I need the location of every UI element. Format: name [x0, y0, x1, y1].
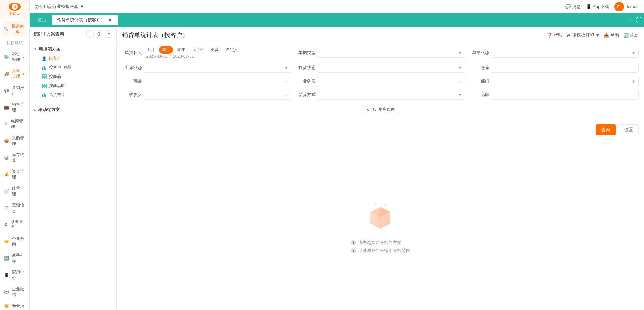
minimize-button[interactable]: —	[628, 17, 633, 23]
left-panel: 按以下方案查询 + « ▼ 电脑端方案 👤	[30, 27, 117, 310]
date-tabs: 上月 本月 本年 近7天 更多 自定义	[144, 46, 291, 54]
tree-item-by-goods99[interactable]: 按商品99	[30, 81, 116, 90]
tree-item-by-customer[interactable]: 👤 按客户	[30, 54, 116, 63]
dropdown-icon: ▼	[80, 4, 84, 9]
sidebar-search-area: 🔍 搜索菜单	[0, 19, 29, 39]
maximize-button[interactable]: ⛶	[636, 17, 641, 23]
warehouse-input[interactable]: ...	[491, 63, 639, 73]
search-menu-button[interactable]: 🔍 搜索菜单	[2, 21, 27, 36]
page-title: 销货单统计表（按客户）	[122, 31, 189, 39]
query-button[interactable]: 查询	[596, 124, 616, 135]
settlement-label: 结算方式	[296, 92, 316, 98]
sidebar-item-cooperation[interactable]: 🤝 企业协同	[0, 233, 29, 250]
sidebar-item-wechat[interactable]: 💬 企业微信	[0, 283, 29, 300]
settlement-chevron: ▼	[458, 92, 462, 97]
date-tab-7days[interactable]: 近7天	[190, 46, 206, 54]
svg-rect-11	[45, 84, 46, 86]
order-status-select[interactable]: ▼	[491, 48, 639, 58]
receipt-status-select[interactable]: ▼	[317, 63, 465, 73]
sidebar-item-basic[interactable]: 📋 基础信息	[0, 200, 29, 216]
sidebar-item-operations[interactable]: 📈 经营管理	[0, 183, 29, 200]
tree-desktop-section[interactable]: ▼ 电脑端方案	[30, 44, 116, 54]
tree-item-by-customer-goods[interactable]: 按客户+商品	[30, 63, 116, 72]
dept-select[interactable]: ▼	[491, 76, 639, 86]
salesperson-dots: ···	[459, 79, 462, 84]
empty-state: ? 1 请先选择要分析的方案 2 用过滤条件来缩小分析范围	[117, 139, 644, 310]
order-type-select[interactable]: ▼	[317, 48, 465, 58]
salesperson-input[interactable]: ···	[317, 76, 465, 86]
sidebar-item-member[interactable]: 👑 畅会员	[0, 300, 29, 310]
app-download-button[interactable]: 📱 App下载	[586, 4, 609, 10]
system-icon: ⚙	[4, 222, 8, 227]
help-button[interactable]: ❓ 帮助	[547, 32, 562, 38]
sidebar-item-appcenter[interactable]: 📱 应用中心	[0, 267, 29, 283]
basic-icon: 📋	[4, 206, 9, 210]
order-status-cell: 单据状态 ▼	[469, 46, 639, 59]
tree-mobile-section[interactable]: ▶ 移动端方案	[30, 105, 116, 115]
sidebar-item-system[interactable]: ⚙ 系统管理	[0, 216, 29, 233]
date-filter-cell: 单据日期 上月 本月 本年 近7天 更多 自定义 2023-03-01 至 20…	[122, 46, 291, 59]
refresh-button[interactable]: 🔄 刷新	[623, 32, 639, 38]
date-tab-custom[interactable]: 自定义	[223, 46, 241, 54]
date-range-display: 2023-03-01 至 2023-03-31	[146, 54, 291, 59]
sidebar-item-purchase[interactable]: 📦 采购管理	[0, 133, 29, 149]
empty-tip-1: 1 请先选择要分析的方案	[351, 240, 410, 246]
tree-item-by-goods[interactable]: 按商品	[30, 72, 116, 81]
mobile-section-label: 移动端方案	[38, 107, 60, 113]
svg-rect-16	[45, 95, 46, 97]
out-status-label: 出库状态	[122, 65, 142, 71]
export-button[interactable]: 📤 导出	[604, 32, 619, 38]
svg-rect-13	[45, 86, 46, 88]
sidebar-item-marketing[interactable]: 📢 营销推广	[0, 82, 29, 99]
out-status-select[interactable]: ▼	[144, 63, 291, 73]
left-panel-title: 按以下方案查询	[34, 31, 84, 37]
dept-chevron: ▼	[631, 79, 636, 84]
receipt-status-label: 收款状态	[296, 65, 316, 71]
tip-num-1: 1	[351, 240, 356, 245]
appcenter-icon: 📱	[4, 273, 9, 277]
user-menu[interactable]: Ea demo2	[614, 2, 639, 11]
add-scheme-button[interactable]: +	[86, 30, 94, 38]
collapse-panel-button[interactable]: «	[105, 30, 112, 38]
collapse-button[interactable]: ∧ 收起更多条件	[361, 105, 400, 114]
brand-dots: ···	[632, 92, 636, 97]
date-label: 单据日期	[122, 50, 142, 56]
message-button[interactable]: 💬 消息	[565, 4, 581, 10]
brand-input[interactable]: ···	[491, 90, 639, 100]
logo-area: 标题页	[0, 0, 29, 19]
sidebar-item-wholesale[interactable]: 🚚 批发管理 ▲	[0, 65, 29, 82]
print-dropdown-icon: ▼	[595, 33, 600, 38]
sidebar-item-sales[interactable]: 💼 销售管理	[0, 99, 29, 116]
warehouse-cell: 仓库 ...	[469, 63, 639, 73]
goods-input[interactable]: ···	[144, 76, 291, 86]
date-tab-more[interactable]: 更多	[208, 46, 222, 54]
chevron-icon: ▲	[22, 55, 25, 59]
tab-close-button[interactable]: ✕	[107, 17, 112, 23]
main-area: 办公用品行业模拟账套 ▼ 💬 消息 📱 App下载 Ea demo2 首页	[30, 0, 644, 310]
app-title-dropdown[interactable]: 办公用品行业模拟账套 ▼	[35, 4, 84, 10]
topbar: 办公用品行业模拟账套 ▼ 💬 消息 📱 App下载 Ea demo2	[30, 0, 644, 13]
sidebar-item-inventory[interactable]: 📊 库存核算	[0, 149, 29, 166]
sidebar-item-newguide[interactable]: 🆕 新手引导	[0, 250, 29, 267]
settings-button[interactable]: 设置	[619, 124, 639, 135]
date-tab-last-month[interactable]: 上月	[144, 46, 158, 54]
edit-scheme-button[interactable]	[96, 30, 103, 38]
tab-sales-report[interactable]: 销货单统计表（按客户） ✕	[52, 15, 118, 25]
topbar-left: 办公用品行业模拟账套 ▼	[35, 4, 84, 10]
consignee-input[interactable]: ···	[144, 90, 291, 100]
date-tab-this-month[interactable]: 本月	[159, 46, 173, 54]
tab-home[interactable]: 首页	[32, 15, 52, 25]
settlement-select[interactable]: ▼	[317, 90, 465, 100]
customer-icon: 👤	[42, 56, 47, 61]
svg-rect-8	[42, 77, 44, 79]
print-button[interactable]: 🖨 按模板打印 ▼	[567, 32, 600, 38]
sidebar-item-ecommerce[interactable]: 🖥 电商管理	[0, 116, 29, 133]
tree-item-return-stats[interactable]: 退货统计	[30, 90, 116, 99]
svg-point-21	[384, 204, 386, 206]
out-status-cell: 出库状态 ▼	[122, 63, 291, 73]
sidebar-item-retail[interactable]: 🏪 零售管理 ▲	[0, 49, 29, 65]
by-customer-label: 按客户	[49, 56, 61, 61]
brand-label: 品牌	[469, 92, 489, 98]
date-tab-this-year[interactable]: 本年	[174, 46, 189, 54]
sidebar-item-finance[interactable]: 💰 资金管理	[0, 166, 29, 183]
